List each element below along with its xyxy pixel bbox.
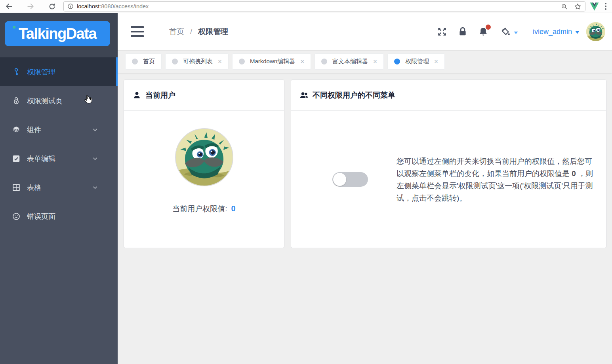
description-text: 您可以通过左侧的开关来切换当前用户的权限值，然后您可以观察左侧菜单栏的变化，如果…	[397, 157, 592, 178]
user-dropdown[interactable]: iview_admin	[533, 28, 580, 36]
close-icon[interactable]: ×	[373, 58, 377, 65]
sidebar-item-label: 组件	[27, 125, 41, 135]
breadcrumb: 首页 / 权限管理	[169, 27, 228, 37]
browser-menu-icon[interactable]	[605, 3, 606, 10]
tab-access-admin[interactable]: 权限管理 ×	[387, 53, 445, 70]
main-area: 首页 / 权限管理	[118, 13, 612, 364]
tab-markdown-editor[interactable]: Markdown编辑器 ×	[232, 53, 311, 70]
card-header: 不同权限用户的不同菜单	[291, 80, 606, 111]
url-path: :8080/access/index	[99, 3, 149, 9]
tab-richtext-editor[interactable]: 富文本编辑器 ×	[315, 53, 384, 70]
permission-description: 您可以通过左侧的开关来切换当前用户的权限值，然后您可以观察左侧菜单栏的变化，如果…	[397, 155, 599, 204]
sidebar-item-label: 权限管理	[27, 67, 55, 77]
tab-status-dot	[132, 59, 138, 64]
breadcrumb-current: 权限管理	[198, 27, 228, 37]
zoom-icon[interactable]	[561, 3, 568, 10]
url-host: localhost	[77, 3, 99, 9]
chevron-down-icon	[92, 155, 99, 162]
tab-label: 富文本编辑器	[332, 58, 368, 65]
paint-bucket-icon	[500, 27, 511, 37]
sidebar: TalkingData 权限管理 权限测试页 组件	[0, 13, 118, 364]
layers-icon	[12, 125, 21, 134]
permission-row: 当前用户权限值:0	[124, 204, 284, 214]
url-text: localhost:8080/access/index	[77, 3, 149, 9]
card-header: 当前用户	[124, 80, 284, 111]
tab-label: Markdown编辑器	[250, 58, 295, 65]
logo-dot	[13, 26, 15, 28]
logo-text: TalkingData	[19, 25, 96, 42]
sad-face-icon	[12, 212, 21, 221]
sidebar-item-label: 表单编辑	[27, 154, 55, 163]
card-title: 当前用户	[145, 90, 175, 100]
topbar-actions: iview_admin	[427, 22, 605, 41]
browser-toolbar: localhost:8080/access/index	[0, 0, 612, 13]
chevron-down-icon	[92, 184, 99, 191]
address-bar[interactable]: localhost:8080/access/index	[63, 1, 585, 11]
notification-bell-icon[interactable]	[478, 27, 488, 37]
description-value: 0	[572, 169, 576, 178]
logo-block: TalkingData	[0, 13, 118, 57]
app-frame: TalkingData 权限管理 权限测试页 组件	[0, 13, 612, 364]
sidebar-item-label: 权限测试页	[27, 96, 63, 106]
person-icon	[132, 91, 141, 100]
tab-status-dot	[321, 59, 327, 64]
topbar: 首页 / 权限管理	[118, 13, 612, 50]
theme-picker[interactable]	[500, 27, 519, 37]
sidebar-item-label: 表格	[27, 183, 41, 192]
key-icon	[12, 68, 21, 76]
table-icon	[12, 183, 21, 192]
lock-icon	[12, 97, 21, 105]
sidebar-item-tables[interactable]: 表格	[0, 173, 118, 202]
fullscreen-icon[interactable]	[437, 27, 447, 37]
tab-status-dot	[394, 59, 400, 64]
open-page-tabs: 首页 可拖拽列表 × Markdown编辑器 × 富文本编辑器 × 权限管理 ×	[118, 50, 612, 73]
people-icon	[299, 91, 309, 100]
caret-down-icon	[513, 30, 519, 35]
permission-toggle[interactable]	[332, 172, 368, 187]
menu-toggle-icon[interactable]	[131, 26, 144, 37]
tab-label: 可拖拽列表	[183, 58, 213, 65]
close-icon[interactable]: ×	[218, 58, 222, 65]
tab-label: 权限管理	[405, 58, 429, 65]
current-user-avatar	[175, 128, 233, 186]
tab-status-dot	[172, 59, 178, 64]
sidebar-item-components[interactable]: 组件	[0, 115, 118, 144]
sidebar-item-access-test[interactable]: 权限测试页	[0, 86, 118, 115]
tab-draggable-list[interactable]: 可拖拽列表 ×	[165, 53, 229, 70]
caret-down-icon	[575, 30, 580, 35]
tab-label: 首页	[143, 58, 155, 65]
vue-devtools-icon[interactable]	[589, 2, 599, 11]
page-info-icon[interactable]	[67, 3, 74, 9]
browser-forward-button[interactable]	[25, 1, 36, 11]
permission-label: 当前用户权限值:	[172, 205, 227, 213]
talkingdata-logo: TalkingData	[5, 21, 110, 46]
lock-screen-icon[interactable]	[458, 27, 468, 37]
toggle-knob	[333, 173, 346, 186]
tab-status-dot	[239, 59, 245, 64]
page-content: 当前用户 当前用户权限值:0 不同权限用户的不同菜单	[118, 73, 612, 248]
browser-reload-button[interactable]	[47, 1, 57, 11]
close-icon[interactable]: ×	[434, 58, 438, 65]
sidebar-menu: 权限管理 权限测试页 组件 表	[0, 57, 118, 231]
tab-home[interactable]: 首页	[125, 53, 162, 70]
username: iview_admin	[533, 28, 572, 36]
user-avatar[interactable]	[586, 22, 605, 41]
breadcrumb-home[interactable]: 首页	[169, 27, 184, 37]
notification-badge	[486, 25, 491, 30]
bookmark-star-icon[interactable]	[574, 3, 581, 10]
sidebar-item-label: 错误页面	[27, 212, 55, 221]
close-icon[interactable]: ×	[300, 58, 304, 65]
breadcrumb-separator: /	[190, 27, 192, 36]
current-user-card: 当前用户 当前用户权限值:0	[124, 80, 284, 248]
sidebar-item-form-edit[interactable]: 表单编辑	[0, 144, 118, 173]
checkbox-icon	[12, 154, 21, 163]
card-title: 不同权限用户的不同菜单	[313, 90, 395, 100]
permission-value: 0	[231, 204, 236, 213]
chevron-down-icon	[92, 126, 99, 133]
menu-access-card: 不同权限用户的不同菜单 您可以通过左侧的开关来切换当前用户的权限值，然后您可以观…	[291, 80, 606, 248]
browser-back-button[interactable]	[4, 1, 14, 11]
sidebar-item-error-pages[interactable]: 错误页面	[0, 202, 118, 231]
sidebar-item-access-admin[interactable]: 权限管理	[0, 57, 118, 86]
